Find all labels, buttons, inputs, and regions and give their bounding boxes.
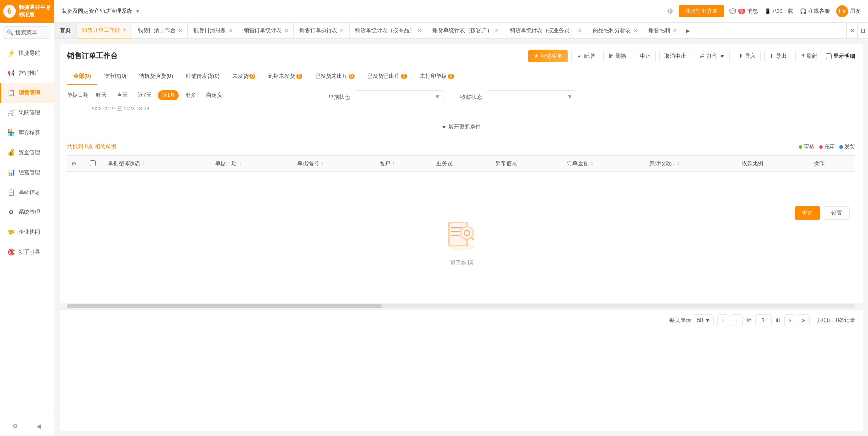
import-button[interactable]: ⬇ 导入	[734, 50, 761, 62]
sidebar-item-label: 资金管理	[19, 149, 40, 156]
page-input[interactable]	[755, 314, 772, 326]
tab-close-icon[interactable]: ✕	[495, 28, 499, 33]
sub-tab-shipped-in[interactable]: 已发货已出库 0	[361, 68, 413, 85]
last-page-button[interactable]: »	[798, 314, 810, 326]
query-button[interactable]: 查询	[795, 206, 820, 220]
tab-close-icon[interactable]: ✕	[417, 28, 421, 33]
tab-close-icon[interactable]: ✕	[578, 28, 581, 33]
status-select[interactable]: ▼	[354, 90, 444, 103]
tab-minimize-button[interactable]: ⊡	[857, 23, 868, 39]
user-initial: Ea	[839, 8, 846, 14]
col-received-header[interactable]: 累计收款...↕	[645, 156, 738, 172]
col-number-header[interactable]: 单据编号↕	[293, 156, 375, 172]
online-service-button[interactable]: 🎧 在线客服	[800, 7, 830, 15]
sidebar-item-marketing[interactable]: 📢 营销推广	[0, 63, 54, 83]
show-detail-checkbox[interactable]: 显示明细	[826, 52, 855, 60]
app-download-button[interactable]: 📱 App下载	[764, 7, 793, 15]
industry-solution-button[interactable]: 体验行业方案	[679, 5, 724, 17]
sub-tab-wangpu-ship[interactable]: 旺铺待发货(0)	[179, 68, 226, 85]
collapse-button[interactable]: ◀	[32, 420, 45, 432]
first-page-button[interactable]: «	[717, 314, 729, 326]
tab-close-icon[interactable]: ✕	[340, 28, 344, 33]
sub-tab-all[interactable]: 全部(0)	[67, 68, 97, 85]
export-button[interactable]: ⬆ 导出	[764, 50, 791, 62]
sidebar-item-enterprise[interactable]: 🤝 企业协同	[0, 222, 54, 242]
tab-close-icon[interactable]: ✕	[123, 28, 126, 33]
col-date-header[interactable]: 单据日期↕	[211, 156, 293, 172]
sidebar-item-basic[interactable]: 📋 基础信息	[0, 182, 54, 202]
date-yesterday[interactable]: 昨天	[92, 90, 110, 100]
sidebar-item-system[interactable]: ⚙ 系统管理	[0, 202, 54, 222]
date-custom[interactable]: 自定义	[202, 90, 226, 100]
tab-cash-clearing[interactable]: 钱货日清工作台 ✕	[132, 23, 188, 39]
tab-sales-customer[interactable]: 销货单统计表（按客户） ✕	[427, 23, 504, 39]
suspend-button[interactable]: 中止	[635, 50, 656, 62]
sub-tab-pending-inspect[interactable]: 待拣货验货(0)	[133, 68, 179, 85]
tab-sales-stats[interactable]: 销售订单统计表 ✕	[238, 23, 294, 39]
tab-sales-product[interactable]: 销货单统计表（按商品） ✕	[350, 23, 427, 39]
expand-conditions-button[interactable]: ▼ 展开更多条件	[438, 121, 485, 133]
col-staff-header[interactable]: 业务员	[432, 156, 491, 172]
horizontal-scroll[interactable]	[60, 303, 863, 309]
ai-generate-button[interactable]: ★ 智能生单	[528, 50, 568, 62]
col-settings-header[interactable]: ⚙	[67, 156, 85, 172]
show-detail-input[interactable]	[826, 53, 832, 59]
tab-close-icon[interactable]: ✕	[633, 28, 637, 33]
sidebar-item-finance[interactable]: 💰 资金管理	[0, 142, 54, 162]
tab-close-icon[interactable]: ✕	[178, 28, 182, 33]
per-page-select[interactable]: 50 ▼	[694, 314, 713, 326]
date-more[interactable]: 更多	[182, 90, 200, 100]
tab-more-button[interactable]: ▶	[682, 23, 693, 39]
tab-close-all-button[interactable]: ✕	[846, 23, 857, 39]
sub-tab-pending-review[interactable]: 待审核(0)	[97, 68, 133, 85]
per-page-arrow: ▼	[705, 317, 710, 323]
filter-settings-button[interactable]: 设置	[824, 206, 850, 220]
tab-close-icon[interactable]: ✕	[284, 28, 288, 33]
tab-close-icon[interactable]: ✕	[673, 28, 676, 33]
tab-sales-exec[interactable]: 销售订单执行表 ✕	[294, 23, 350, 39]
tab-gross-profit[interactable]: 商品毛利分析表 ✕	[587, 23, 643, 39]
sub-tab-shipped-not-in[interactable]: 已发货未出库 0	[309, 68, 361, 85]
date-today[interactable]: 今天	[113, 90, 131, 100]
sidebar-item-quicknav[interactable]: ⚡ 快捷导航	[0, 43, 54, 63]
tab-sales-workbench[interactable]: 销售订单工作台 ✕	[77, 23, 132, 39]
prev-page-button[interactable]: ‹	[731, 314, 743, 326]
sub-tab-not-printed[interactable]: 未打印单据 0	[413, 68, 460, 85]
refresh-button[interactable]: ↺ 刷新	[795, 50, 822, 62]
col-customer-header[interactable]: 客户↕	[375, 156, 432, 172]
date-7days[interactable]: 近7天	[134, 90, 155, 100]
next-page-button[interactable]: ›	[784, 314, 796, 326]
col-amount-header[interactable]: 订单金额↕	[562, 156, 644, 172]
sidebar-item-operations[interactable]: 📊 经营管理	[0, 162, 54, 182]
ship-op-button[interactable]: 发货	[839, 143, 855, 151]
print-button[interactable]: 🖨 打印 ▼	[695, 50, 730, 62]
tab-close-icon[interactable]: ✕	[229, 28, 232, 33]
user-area[interactable]: Ea 用友	[836, 5, 861, 17]
sub-tab-not-shipped[interactable]: 未发货 0	[226, 68, 262, 85]
tab-cash-reconcile[interactable]: 钱货日清对账 ✕	[188, 23, 238, 39]
data-table: ⚙ 单据整体状态↕ 单据日期↕ 单据编号↕ 客户↕ 业务员 异常信息 订单金额↕…	[67, 155, 855, 172]
cancel-review-op-button[interactable]: 充审	[819, 143, 835, 151]
new-button[interactable]: ＋ 新增	[571, 50, 599, 62]
review-op-button[interactable]: 审核	[799, 143, 815, 151]
select-all-checkbox[interactable]	[90, 160, 96, 166]
delete-button[interactable]: 🗑 删除	[603, 50, 631, 62]
message-label: 消息	[747, 7, 758, 15]
date-1month[interactable]: 近1月	[158, 90, 179, 100]
header-settings-icon[interactable]: ⚙	[667, 7, 673, 15]
settings-bottom-button[interactable]: ⚙	[9, 420, 22, 432]
tab-sales-revenue[interactable]: 销售毛利 ✕	[643, 23, 682, 39]
sidebar-item-purchase[interactable]: 🛒 采购管理	[0, 103, 54, 123]
cancel-suspend-button[interactable]: 取消中止	[659, 50, 691, 62]
sidebar-item-sales[interactable]: 📋 销售管理	[0, 83, 54, 103]
payment-select[interactable]: ▼	[486, 90, 576, 103]
tab-home[interactable]: 首页	[54, 23, 77, 39]
sidebar-item-guide[interactable]: 🎯 新手引导	[0, 242, 54, 262]
col-checkbox-header[interactable]	[85, 156, 103, 172]
tab-sales-staff[interactable]: 销货单统计表（按业务员） ✕	[504, 23, 587, 39]
message-button[interactable]: 💬 6 消息	[729, 7, 758, 15]
sub-tab-overdue-unshipped[interactable]: 到期未发货 0	[262, 68, 309, 85]
sidebar-item-inventory[interactable]: 🏪 库存核算	[0, 123, 54, 142]
suspend-label: 中止	[640, 52, 651, 60]
search-menu-button[interactable]: 🔍 搜索菜单	[3, 26, 51, 39]
